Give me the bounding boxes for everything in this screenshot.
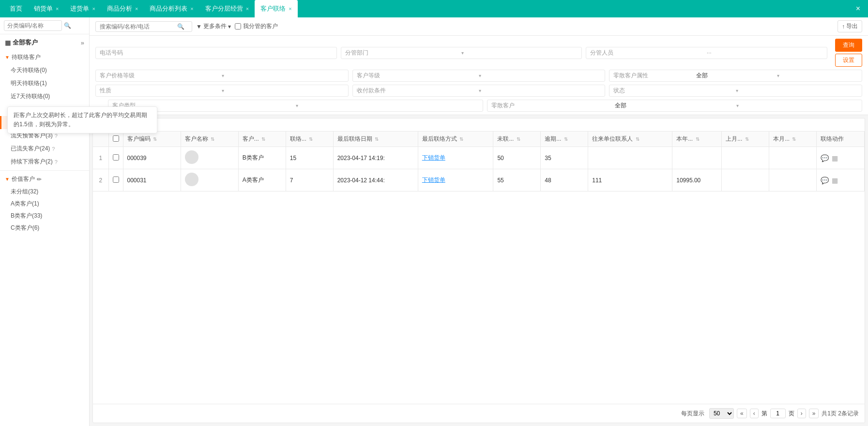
table-toolbar: ⚙ [93, 118, 865, 132]
sidebar-collapse-icon[interactable]: » [81, 39, 84, 46]
customer-search-icon[interactable]: 🔍 [177, 23, 184, 30]
td-actions-2: 💬 ▦ [817, 169, 865, 191]
level-filter[interactable]: 客户等级 ▾ [352, 70, 606, 82]
nav-home[interactable]: 首页 [4, 0, 28, 17]
td-method-1[interactable]: 下销货单 [418, 147, 493, 169]
sidebar-all-customers[interactable]: ▦ 全部客户 » [0, 34, 89, 51]
sidebar-value-group[interactable]: ▼ 价值客户 ✏ [0, 173, 89, 186]
nav-product-analysis-list[interactable]: 商品分析列表 × [144, 0, 199, 17]
prev-page-button[interactable]: ‹ [750, 409, 759, 418]
status-filter[interactable]: 状态 ▾ [609, 85, 862, 97]
td-last-month-2 [722, 169, 769, 191]
retail-attr-chevron: ▾ [777, 73, 858, 78]
nav-close-product-analysis[interactable]: × [135, 6, 138, 12]
edit-icon-value[interactable]: ✏ [37, 176, 42, 183]
th-customer-name[interactable]: 客户名称 ⇅ [181, 132, 238, 147]
filter-icon: ▼ [196, 23, 202, 30]
td-last-month-1 [722, 147, 769, 169]
th-customer-type[interactable]: 客户... ⇅ [238, 132, 286, 147]
per-page-select[interactable]: 50 20 100 [709, 408, 734, 419]
action-chat-icon-1[interactable]: 💬 [821, 154, 829, 162]
sidebar-item-classA[interactable]: A类客户(1) [0, 198, 89, 210]
action-grid-icon-1[interactable]: ▦ [832, 154, 838, 162]
customer-search-input[interactable] [100, 23, 177, 30]
td-method-2[interactable]: 下销货单 [418, 169, 493, 191]
last-page-button[interactable]: » [809, 409, 819, 418]
phone-filter[interactable]: 电话号码 [95, 47, 337, 59]
th-this-month[interactable]: 本月... ⇅ [769, 132, 817, 147]
help-icon-churn-warning[interactable]: ? [55, 133, 58, 139]
th-customer-code[interactable]: 客户编码 ⇅ [123, 132, 181, 147]
content-area: 🔍 ▼ 更多条件 ▾ 我分管的客户 ↑ 导出 电话号码 [90, 17, 868, 426]
settings-button[interactable]: 设置 [835, 54, 862, 67]
retail-attr-filter[interactable]: 零散客户属性 全部 ▾ [609, 70, 862, 82]
select-all-checkbox[interactable] [113, 135, 119, 142]
current-page-input[interactable] [770, 409, 786, 418]
action-chat-icon-2[interactable]: 💬 [821, 176, 829, 184]
customer-type-filter[interactable]: 客户类型 ▾ [108, 100, 483, 112]
th-contact-count[interactable]: 联络... ⇅ [286, 132, 333, 147]
nav-sales-order[interactable]: 销货单 × [28, 0, 64, 17]
th-this-year[interactable]: 本年... ⇅ [672, 132, 722, 147]
search-box-container: 🔍 [95, 21, 192, 32]
person-filter[interactable]: 分管人员 ··· [586, 47, 827, 59]
sidebar-search-icon[interactable]: 🔍 [64, 22, 71, 29]
action-grid-icon-2[interactable]: ▦ [832, 176, 838, 184]
sidebar-pending-group-title[interactable]: ▼ 待联络客户 [0, 51, 89, 64]
price-level-filter[interactable]: 客户价格等级 ▾ [95, 70, 349, 82]
row-checkbox-2[interactable] [113, 176, 119, 183]
th-overdue[interactable]: 逾期... ⇅ [541, 132, 588, 147]
th-last-contact-method[interactable]: 最后联络方式 ⇅ [418, 132, 493, 147]
gender-filter[interactable]: 性质 ▾ [95, 85, 349, 97]
dept-filter[interactable]: 分管部门 ▾ [341, 47, 582, 59]
help-icon-declining[interactable]: ? [55, 159, 58, 165]
sidebar-item-7days[interactable]: 近7天待联络(0) [0, 90, 89, 103]
sort-icon-overdue: ⇅ [564, 136, 568, 142]
nav-close-product-list[interactable]: × [190, 6, 193, 12]
nav-close-purchase[interactable]: × [92, 6, 95, 12]
first-page-button[interactable]: « [737, 409, 747, 418]
next-page-button[interactable]: › [797, 409, 806, 418]
payment-filter[interactable]: 收付款条件 ▾ [352, 85, 606, 97]
th-unit-contact[interactable]: 往来单位联系人 ⇅ [588, 132, 672, 147]
nav-close-segmentation[interactable]: × [246, 6, 249, 12]
level-chevron: ▾ [479, 73, 601, 78]
method-link-2[interactable]: 下销货单 [422, 176, 445, 183]
td-actions-1: 💬 ▦ [817, 147, 865, 169]
td-not-contact-1: 50 [493, 147, 541, 169]
sidebar-item-classB[interactable]: B类客户(33) [0, 210, 89, 222]
th-last-contact-date[interactable]: 最后联络日期 ⇅ [333, 132, 418, 147]
export-button[interactable]: ↑ 导出 [838, 20, 862, 32]
status-chevron: ▾ [736, 88, 858, 93]
help-icon-churned[interactable]: ? [52, 146, 55, 152]
sidebar-search-input[interactable] [4, 20, 62, 31]
nav-close-contact[interactable]: × [289, 6, 291, 12]
filter-row-1: 电话号码 分管部门 ▾ 分管人员 ··· 查询 设置 [95, 39, 862, 67]
nav-customer-segmentation[interactable]: 客户分层经营 × [199, 0, 255, 17]
sidebar-item-classC[interactable]: C类客户(6) [0, 222, 89, 234]
retail-customer-filter[interactable]: 零散客户 全部 ▾ [487, 100, 862, 112]
td-this-month-1 [769, 147, 817, 169]
nav-product-analysis[interactable]: 商品分析 × [101, 0, 144, 17]
table-scroll-wrapper[interactable]: 客户编码 ⇅ 客户名称 ⇅ 客户... ⇅ [93, 132, 865, 404]
row-checkbox-1[interactable] [113, 154, 119, 161]
my-customers-checkbox[interactable] [235, 23, 241, 29]
more-conditions-button[interactable]: ▼ 更多条件 ▾ [196, 22, 231, 30]
th-not-contact[interactable]: 未联... ⇅ [493, 132, 541, 147]
th-actions: 联络动作 [817, 132, 865, 147]
td-checkbox-1 [108, 147, 123, 169]
window-close-button[interactable]: × [852, 4, 864, 13]
nav-purchase-order[interactable]: 进货单 × [64, 0, 101, 17]
sidebar-item-tomorrow[interactable]: 明天待联络(1) [0, 77, 89, 90]
th-last-month[interactable]: 上月... ⇅ [722, 132, 769, 147]
sidebar-item-today[interactable]: 今天待联络(0) [0, 64, 89, 77]
sort-icon-date: ⇅ [375, 136, 379, 142]
sidebar-item-churned[interactable]: 已流失客户(24) ? [0, 142, 89, 155]
nav-customer-contact[interactable]: 客户联络 × [255, 0, 297, 17]
query-button[interactable]: 查询 [835, 39, 862, 52]
sidebar-item-ungrouped[interactable]: 未分组(32) [0, 186, 89, 198]
nav-close-sales[interactable]: × [56, 6, 59, 12]
sidebar-item-declining[interactable]: 持续下滑客户(2) ? [0, 155, 89, 168]
td-type-2: A类客户 [238, 169, 286, 191]
method-link-1[interactable]: 下销货单 [422, 154, 445, 161]
